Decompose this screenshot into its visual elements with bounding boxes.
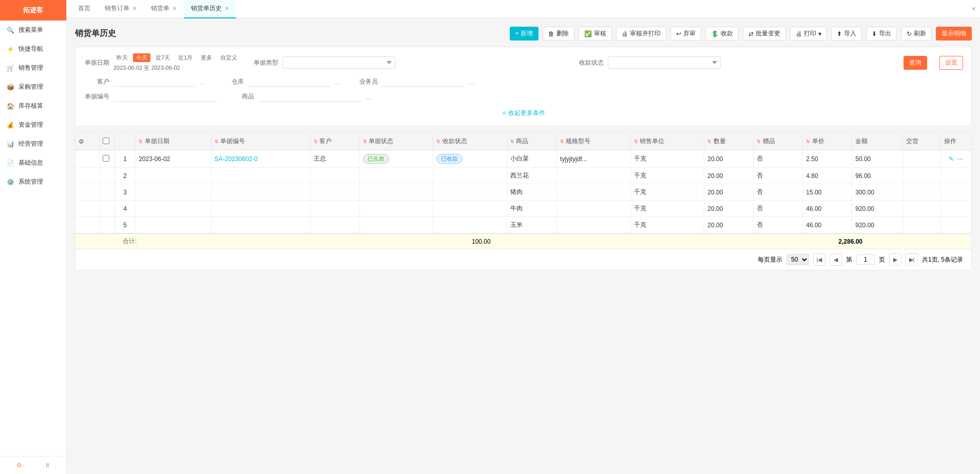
col-payment-status[interactable]: ⇅ 收款状态 — [433, 133, 507, 150]
audit-button[interactable]: ✅ 审核 — [579, 27, 612, 41]
cell-spec-type-2 — [557, 168, 631, 184]
sort-customer-icon: ⇅ — [314, 139, 318, 144]
sidebar-item-inventory[interactable]: 🏠 库存核算 — [0, 96, 66, 115]
show-detail-button[interactable]: 显示明细 — [936, 27, 972, 41]
tab-sales-history[interactable]: 销货单历史 ✕ — [184, 0, 236, 18]
cell-customer-1: 王总 — [310, 150, 359, 168]
col-checkbox[interactable] — [100, 133, 115, 150]
refresh-button[interactable]: ↻ 刷新 — [901, 27, 932, 41]
tab-home[interactable]: 首页 — [71, 0, 98, 18]
sidebar-item-sys-mgmt[interactable]: ⚙️ 系统管理 — [0, 172, 66, 191]
date-tab-today[interactable]: 今天 — [133, 53, 150, 62]
close-sales-order-icon[interactable]: ✕ — [132, 6, 137, 11]
cell-num-4: 4 — [115, 201, 136, 217]
sidebar-item-purchase-mgmt[interactable]: 📦 采购管理 — [0, 77, 66, 96]
col-amount[interactable]: 金额 — [852, 133, 903, 150]
close-sales-delivery-icon[interactable]: ✕ — [172, 6, 177, 11]
sidebar-item-search-menu[interactable]: 🔍 搜索菜单 — [0, 21, 66, 40]
customer-ellipsis[interactable]: ... — [200, 78, 206, 86]
product-ellipsis[interactable]: ... — [365, 93, 371, 101]
cell-checkbox-3[interactable] — [100, 184, 115, 201]
sidebar-settings-icon[interactable]: ⚙ — [16, 462, 22, 469]
last-page-btn[interactable]: ▶| — [906, 253, 918, 266]
col-customer[interactable]: ⇅ 客户 — [310, 133, 359, 150]
col-doc-date[interactable]: ⇅ 单据日期 — [136, 133, 212, 150]
sidebar-item-basic-info[interactable]: 📄 基础信息 — [0, 153, 66, 172]
close-sales-history-icon[interactable]: ✕ — [225, 6, 229, 11]
tab-sales-order[interactable]: 销售订单 ✕ — [98, 0, 144, 18]
tab-sales-delivery[interactable]: 销货单 ✕ — [144, 0, 184, 18]
col-quantity[interactable]: ⇅ 数量 — [704, 133, 754, 150]
col-gear[interactable]: ⚙ — [75, 133, 100, 150]
settings-button[interactable]: 设置 — [939, 56, 963, 70]
row-checkbox-1[interactable] — [103, 155, 109, 162]
first-page-btn[interactable]: |◀ — [813, 253, 825, 266]
col-doc-status[interactable]: ⇅ 单据状态 — [359, 133, 433, 150]
salesperson-input[interactable] — [382, 77, 464, 87]
cell-payment-status-5 — [433, 217, 507, 233]
sidebar-item-finance[interactable]: 💰 资金管理 — [0, 115, 66, 134]
cart-icon: 🛒 — [6, 64, 14, 72]
col-doc-no[interactable]: ⇅ 单据编号 — [211, 133, 310, 150]
salesperson-ellipsis[interactable]: ... — [468, 78, 474, 86]
date-tab-7days[interactable]: 近7天 — [152, 53, 173, 62]
print-button[interactable]: 🖨 打印 ▾ — [790, 27, 827, 41]
payment-status-select[interactable] — [608, 56, 721, 69]
cell-checkbox-1[interactable] — [100, 150, 115, 168]
date-tab-more[interactable]: 更多 — [198, 53, 215, 62]
cell-checkbox-4[interactable] — [100, 201, 115, 217]
doc-type-select[interactable] — [282, 56, 395, 69]
cell-gift-1: 否 — [754, 150, 803, 168]
customer-input[interactable] — [113, 77, 196, 87]
cell-checkbox-5[interactable] — [100, 217, 115, 233]
col-sales-unit[interactable]: ⇅ 销售单位 — [630, 133, 704, 150]
col-transaction[interactable]: 交货 — [902, 133, 940, 150]
cell-payment-status-3 — [433, 184, 507, 201]
new-button[interactable]: + 新增 — [510, 27, 539, 41]
cell-doc-no-4 — [211, 201, 310, 217]
col-spec-type[interactable]: ⇅ 规格型号 — [557, 133, 631, 150]
cell-checkbox-2[interactable] — [100, 168, 115, 184]
collapse-button[interactable]: ∧ 收起更多条件 — [84, 107, 963, 120]
col-product[interactable]: ⇅ 商品 — [507, 133, 556, 150]
more-icon-1[interactable]: ⋯ — [957, 155, 964, 163]
cell-sales-unit-5: 千克 — [630, 217, 704, 233]
docno-input[interactable] — [113, 92, 216, 102]
date-tab-yesterday[interactable]: 昨天 — [113, 53, 131, 62]
total-quantity: 100.00 — [472, 238, 491, 245]
next-page-btn[interactable]: ▶ — [889, 253, 901, 266]
batch-change-button[interactable]: ⇄ 批量变更 — [743, 27, 786, 41]
cell-amount-3: 300.00 — [852, 184, 903, 201]
edit-icon-1[interactable]: ✎ — [949, 155, 954, 163]
delete-button[interactable]: 🗑 删除 — [543, 27, 574, 41]
query-button[interactable]: 查询 — [904, 56, 927, 70]
page-header: 销货单历史 + 新增 🗑 删除 ✅ 审核 🖨 审核并打印 ↩ 弃审 — [75, 27, 972, 41]
select-all-checkbox[interactable] — [103, 137, 109, 144]
tab-bar: 首页 销售订单 ✕ 销货单 ✕ 销货单历史 ✕ ✕ — [67, 0, 980, 18]
sort-sales-unit-icon: ⇅ — [634, 139, 638, 144]
date-tab-custom[interactable]: 自定义 — [217, 53, 240, 62]
warehouse-ellipsis[interactable]: ... — [334, 78, 340, 86]
prev-page-btn[interactable]: ◀ — [830, 253, 842, 266]
audit-print-button[interactable]: 🖨 审核并打印 — [616, 27, 666, 41]
import-button[interactable]: ⬆ 导入 — [831, 27, 862, 41]
col-unit-price[interactable]: ⇅ 单价 — [803, 133, 852, 150]
date-tabs: 昨天 今天 近7天 近1月 更多 自定义 — [113, 53, 240, 62]
page-input[interactable] — [856, 254, 875, 265]
product-input[interactable] — [258, 92, 361, 102]
sidebar-collapse-icon[interactable]: ⏸ — [44, 462, 50, 469]
sidebar-item-quick-nav[interactable]: ⚡ 快捷导航 — [0, 40, 66, 58]
page-size-select[interactable]: 50 — [786, 254, 809, 265]
export-button[interactable]: ⬇ 导出 — [866, 27, 897, 41]
date-tab-1month[interactable]: 近1月 — [175, 53, 196, 62]
col-gift[interactable]: ⇅ 赠品 — [754, 133, 803, 150]
cell-unit-price-2: 4.80 — [803, 168, 852, 184]
abandon-button[interactable]: ↩ 弃审 — [670, 27, 701, 41]
cell-doc-no-1[interactable]: SA-20230602-0 — [211, 150, 310, 168]
customer-label: 客户 — [84, 77, 109, 86]
close-all-tabs[interactable]: ✕ — [971, 6, 976, 12]
warehouse-input[interactable] — [248, 77, 330, 87]
sidebar-item-operations[interactable]: 📊 经营管理 — [0, 134, 66, 153]
sidebar-item-sales-mgmt[interactable]: 🛒 销售管理 — [0, 58, 66, 77]
collect-button[interactable]: 💲 收款 — [705, 27, 739, 41]
